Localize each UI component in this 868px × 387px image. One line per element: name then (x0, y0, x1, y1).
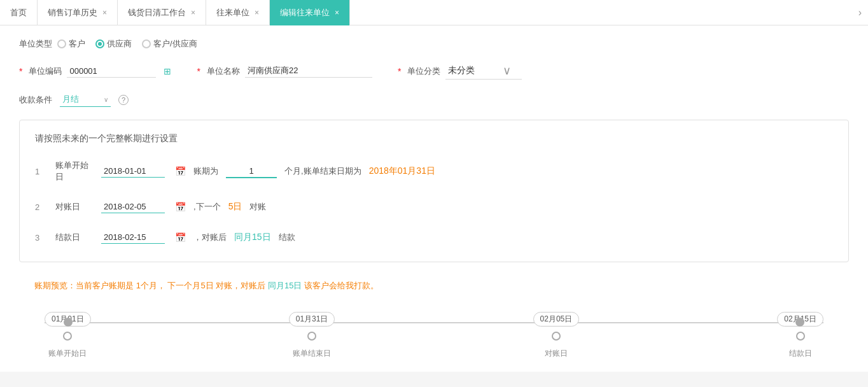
timeline-dot-2 (307, 332, 316, 341)
tab-cash-reconciliation[interactable]: 钱货日清工作台 × (118, 0, 206, 25)
period-section: 请按照未来的一个完整帐期进行设置 1 账单开始日 📅 账期为 个月,账单结束日期… (19, 120, 849, 262)
period-label-3: 结款日 (55, 232, 94, 243)
unit-type-group: 单位类型 客户 供应商 客户/供应商 (19, 38, 197, 50)
period-recon-date-input[interactable] (101, 201, 165, 213)
unit-code-required: * (19, 66, 22, 76)
tab-close-edit-partner[interactable]: × (335, 8, 339, 17)
preview-prefix: 账期预览：当前客户账期是 (34, 281, 134, 290)
unit-category-label: 单位分类 (407, 66, 440, 77)
period-payment-cal-icon[interactable]: 📅 (175, 232, 186, 243)
period-months-input[interactable] (226, 165, 277, 178)
payment-terms-value: 月结 (62, 94, 101, 105)
period-suffix-1: 个月,账单结束日期为 (284, 165, 361, 177)
unit-code-input[interactable] (67, 65, 156, 78)
timeline-label-4: 结款日 (789, 348, 812, 359)
timeline-point-2: 01月31日 账单结束日 (289, 312, 335, 359)
category-chevron-icon: ∨ (503, 64, 511, 78)
period-start-date-input[interactable] (101, 165, 165, 178)
tab-sales-order-history[interactable]: 销售订单历史 × (38, 0, 118, 25)
period-payment-suffix: 结款 (279, 232, 295, 243)
timeline-label-3: 对账日 (545, 348, 568, 359)
period-row-2: 2 对账日 📅 ,下一个 5日 对账 (35, 201, 833, 213)
payment-terms-row: 收款条件 月结 ∨ ? (19, 92, 849, 107)
period-row-1: 1 账单开始日 📅 账期为 个月,账单结束日期为 2018年01月31日 (35, 160, 833, 183)
radio-customer-circle (57, 39, 66, 48)
radio-customer[interactable]: 客户 (57, 38, 85, 50)
tab-bar: 首页 销售订单历史 × 钱货日清工作台 × 往来单位 × 编辑往来单位 × › (0, 0, 868, 25)
unit-info-row: * 单位编码 ⊞ * 单位名称 * 单位分类 未分类 ∨ (19, 62, 849, 80)
unit-type-radio-group: 客户 供应商 客户/供应商 (57, 38, 197, 50)
period-num-1: 1 (35, 167, 48, 176)
preview-part1: 1个月， (136, 281, 165, 290)
unit-category-select[interactable]: 未分类 ∨ (445, 62, 522, 80)
timeline-dot-4 (796, 332, 805, 341)
tab-close-sales-order[interactable]: × (102, 8, 107, 17)
period-end-date-highlight: 2018年01月31日 (369, 165, 435, 177)
period-num-2: 2 (35, 202, 48, 212)
radio-supplier[interactable]: 供应商 (95, 38, 132, 50)
period-row-3: 3 结款日 📅 ，对账后 同月15日 结款 (35, 231, 833, 244)
tab-partner-units[interactable]: 往来单位 × (206, 0, 270, 25)
timeline-left-endpoint (64, 318, 73, 327)
radio-supplier-circle (95, 39, 104, 48)
preview-part3: 同月15日 (268, 281, 302, 290)
timeline-dot-3 (552, 332, 561, 341)
timeline-dot-1 (63, 332, 72, 341)
timeline-right-endpoint (795, 318, 804, 327)
period-recon-suffix: 对账 (249, 201, 266, 213)
tab-home[interactable]: 首页 (0, 0, 38, 25)
period-payment-date-input[interactable] (101, 231, 165, 244)
timeline-badge-3: 02月05日 (533, 312, 580, 327)
unit-code-group: * 单位编码 ⊞ (19, 65, 171, 78)
period-label-2: 对账日 (55, 201, 94, 213)
payment-terms-help-icon[interactable]: ? (118, 95, 129, 105)
period-recon-cal-icon[interactable]: 📅 (175, 202, 186, 212)
period-midtext-1: 账期为 (193, 165, 218, 177)
preview-section: 账期预览：当前客户账期是 1个月， 下一个月5日 对账，对账后 同月15日 该客… (19, 272, 849, 299)
timeline-label-2: 账单结束日 (293, 348, 331, 359)
timeline-badge-2: 01月31日 (289, 312, 335, 327)
preview-suffix: 该客户会给我打款。 (304, 281, 379, 290)
unit-type-row: 单位类型 客户 供应商 客户/供应商 (19, 38, 849, 50)
payment-terms-chevron-icon: ∨ (104, 96, 108, 103)
section-title: 请按照未来的一个完整帐期进行设置 (35, 133, 833, 144)
preview-middle: 对账，对账后 (216, 281, 265, 290)
unit-category-required: * (398, 66, 401, 76)
period-recon-day-highlight: 5日 (228, 201, 242, 213)
tab-edit-partner[interactable]: 编辑往来单位 × (270, 0, 350, 25)
unit-name-label: 单位名称 (207, 66, 240, 77)
preview-part2: 下一个月5日 (167, 281, 213, 290)
period-num-3: 3 (35, 233, 48, 243)
timeline-point-3: 02月05日 对账日 (533, 312, 580, 359)
period-payment-day-highlight: 同月15日 (234, 232, 271, 243)
tab-close-partner-units[interactable]: × (255, 8, 259, 17)
radio-both-circle (142, 39, 151, 48)
main-content: 单位类型 客户 供应商 客户/供应商 * 单位编码 (0, 25, 868, 372)
unit-code-copy-icon[interactable]: ⊞ (164, 66, 171, 76)
timeline-label-1: 账单开始日 (48, 348, 87, 359)
tab-close-cash-reconciliation[interactable]: × (191, 8, 195, 17)
period-recon-prefix: ,下一个 (193, 201, 221, 213)
unit-category-group: * 单位分类 未分类 ∨ (398, 62, 522, 80)
payment-terms-label: 收款条件 (19, 94, 52, 106)
timeline-points: 01月01日 账单开始日 01月31日 账单结束日 02月05日 对账日 02月… (45, 312, 823, 359)
unit-category-value: 未分类 (448, 65, 475, 76)
tab-overflow-arrow[interactable]: › (852, 7, 868, 18)
unit-name-group: * 单位名称 (197, 65, 372, 78)
period-payment-prefix: ，对账后 (193, 232, 227, 243)
unit-code-label: 单位编码 (29, 66, 62, 77)
radio-both[interactable]: 客户/供应商 (142, 38, 197, 50)
timeline-container: 01月01日 账单开始日 01月31日 账单结束日 02月05日 对账日 02月… (19, 312, 849, 359)
unit-name-required: * (197, 66, 200, 76)
period-start-cal-icon[interactable]: 📅 (175, 166, 186, 176)
unit-type-label: 单位类型 (19, 38, 52, 50)
period-label-1: 账单开始日 (55, 160, 94, 183)
unit-name-input[interactable] (245, 65, 372, 78)
payment-terms-select[interactable]: 月结 ∨ (60, 92, 111, 107)
